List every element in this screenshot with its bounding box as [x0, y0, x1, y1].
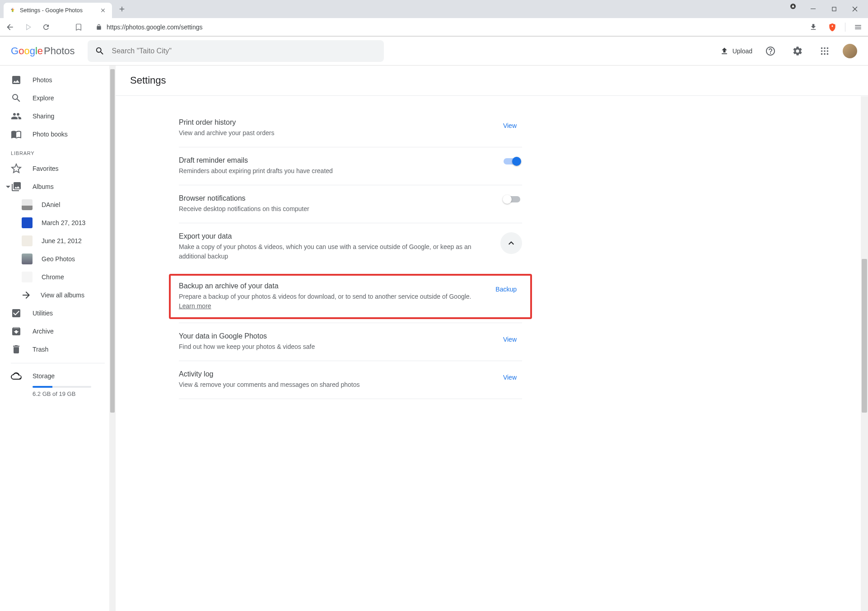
- album-item[interactable]: June 21, 2012: [0, 232, 116, 250]
- tab-favicon: [9, 7, 16, 14]
- window-minimize[interactable]: [803, 2, 824, 16]
- sidebar-item-utilities[interactable]: Utilities: [0, 304, 116, 322]
- lock-icon: [96, 24, 102, 30]
- album-item[interactable]: March 27, 2013: [0, 214, 116, 232]
- upload-icon: [720, 47, 729, 56]
- content: Settings Print order history View and ar…: [116, 66, 868, 611]
- album-item[interactable]: Chrome: [0, 268, 116, 286]
- svg-point-7: [824, 50, 826, 52]
- sidebar-label: Photos: [33, 76, 52, 84]
- account-avatar[interactable]: [843, 44, 857, 58]
- content-scrollbar[interactable]: [861, 96, 868, 611]
- setting-desc: View and archive your past orders: [179, 128, 487, 138]
- sidebar-label: Trash: [33, 346, 48, 353]
- url-bar[interactable]: https://photos.google.com/settings: [90, 20, 802, 34]
- new-tab-button[interactable]: [116, 3, 128, 15]
- svg-rect-2: [832, 7, 835, 10]
- utilities-icon: [11, 308, 22, 319]
- bookmark-icon[interactable]: [72, 21, 85, 33]
- sidebar-item-favorites[interactable]: Favorites: [0, 160, 116, 178]
- album-thumb: [22, 217, 33, 228]
- album-item[interactable]: DAniel: [0, 196, 116, 214]
- sidebar-scrollbar[interactable]: [109, 66, 116, 611]
- view-all-albums[interactable]: View all albums: [0, 286, 116, 304]
- photos-icon: [11, 75, 22, 85]
- search-box[interactable]: [88, 40, 384, 62]
- sidebar-label: Favorites: [33, 165, 59, 172]
- brave-rewards-icon[interactable]: [789, 2, 798, 11]
- brave-shield-icon[interactable]: [826, 21, 839, 33]
- setting-backup-archive: Backup an archive of your data Prepare a…: [169, 274, 532, 319]
- app-header: Google Photos Upload: [0, 37, 868, 66]
- album-name: DAniel: [42, 201, 60, 208]
- sidebar-item-photos[interactable]: Photos: [0, 71, 116, 89]
- svg-point-11: [827, 53, 829, 55]
- settings-icon[interactable]: [789, 42, 807, 60]
- svg-point-6: [821, 50, 823, 52]
- learn-more-link[interactable]: Learn more: [179, 302, 211, 310]
- cloud-icon: [11, 371, 22, 381]
- view-link[interactable]: View: [498, 332, 522, 347]
- google-photos-logo[interactable]: Google Photos: [11, 45, 75, 57]
- window-close[interactable]: [845, 2, 865, 16]
- help-icon[interactable]: [761, 42, 779, 60]
- book-icon: [11, 129, 22, 140]
- sidebar-item-trash[interactable]: Trash: [0, 340, 116, 358]
- sidebar-label: Utilities: [33, 310, 53, 317]
- setting-title: Draft reminder emails: [179, 156, 493, 164]
- download-icon[interactable]: [807, 21, 820, 33]
- browser-toolbar: https://photos.google.com/settings: [0, 18, 868, 36]
- backup-link[interactable]: Backup: [490, 282, 522, 296]
- upload-button[interactable]: Upload: [720, 47, 752, 56]
- album-item[interactable]: Geo Photos: [0, 250, 116, 268]
- svg-point-5: [827, 47, 829, 49]
- setting-desc: Make a copy of your photos & videos, whi…: [179, 242, 490, 261]
- library-section-label: LIBRARY: [0, 143, 116, 160]
- setting-your-data: Your data in Google Photos Find out how …: [179, 323, 522, 361]
- svg-point-10: [824, 53, 826, 55]
- sidebar-item-explore[interactable]: Explore: [0, 89, 116, 107]
- album-thumb: [22, 254, 33, 264]
- setting-draft-emails: Draft reminder emails Reminders about ex…: [179, 147, 522, 185]
- upload-label: Upload: [733, 47, 752, 55]
- browser-chrome: Settings - Google Photos https://photos.…: [0, 0, 868, 37]
- url-text: https://photos.google.com/settings: [107, 24, 202, 31]
- browser-menu[interactable]: [852, 21, 864, 33]
- sharing-icon: [11, 111, 22, 122]
- album-thumb: [22, 199, 33, 210]
- storage-text: 6.2 GB of 19 GB: [33, 390, 105, 397]
- sidebar-item-albums[interactable]: Albums: [0, 178, 116, 196]
- window-maximize[interactable]: [824, 2, 845, 16]
- toggle-draft-emails[interactable]: [504, 158, 520, 164]
- trash-icon: [11, 344, 22, 355]
- sidebar-item-sharing[interactable]: Sharing: [0, 107, 116, 125]
- storage-section[interactable]: Storage 6.2 GB of 19 GB: [0, 363, 116, 404]
- view-link[interactable]: View: [498, 118, 522, 133]
- apps-grid-icon[interactable]: [816, 42, 834, 60]
- sidebar-item-archive[interactable]: Archive: [0, 322, 116, 340]
- sidebar-label: Sharing: [33, 113, 54, 120]
- setting-title: Backup an archive of your data: [179, 282, 479, 290]
- star-icon: [11, 163, 22, 174]
- tab-close-icon[interactable]: [99, 7, 107, 14]
- setting-title: Activity log: [179, 370, 487, 378]
- search-input[interactable]: [112, 47, 377, 55]
- svg-rect-1: [811, 9, 816, 9]
- collapse-button[interactable]: [500, 232, 522, 254]
- page-title: Settings: [116, 66, 868, 96]
- album-name: March 27, 2013: [42, 219, 85, 226]
- sidebar-item-photobooks[interactable]: Photo books: [0, 125, 116, 143]
- nav-reload[interactable]: [40, 21, 52, 33]
- setting-title: Export your data: [179, 232, 490, 240]
- tab-title: Settings - Google Photos: [20, 7, 96, 14]
- toggle-browser-notifications[interactable]: [504, 196, 520, 202]
- sidebar-label: Archive: [33, 328, 54, 335]
- setting-print-history: Print order history View and archive you…: [179, 109, 522, 147]
- svg-point-9: [821, 53, 823, 55]
- search-icon: [95, 46, 105, 56]
- setting-desc: Reminders about expiring print drafts yo…: [179, 166, 493, 176]
- browser-tab[interactable]: Settings - Google Photos: [4, 3, 112, 18]
- nav-back[interactable]: [4, 21, 16, 33]
- chevron-up-icon: [506, 238, 517, 249]
- view-link[interactable]: View: [498, 370, 522, 385]
